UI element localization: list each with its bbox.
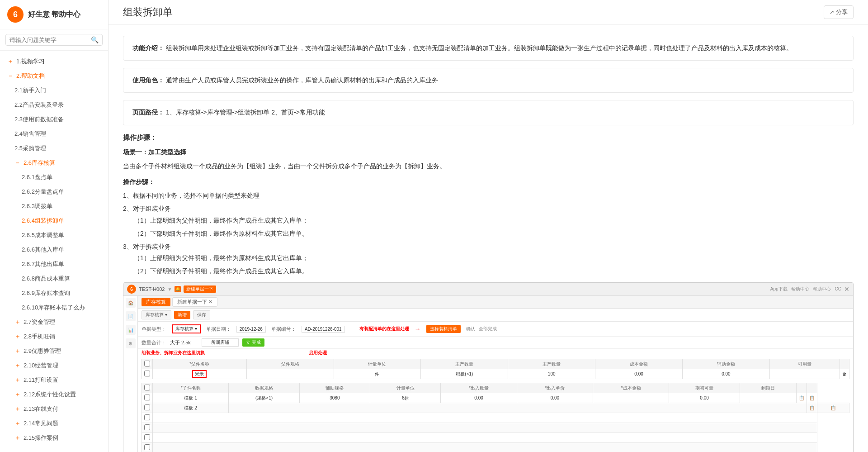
sidebar-item-pay[interactable]: ＋ 2.13在线支付 bbox=[0, 402, 108, 416]
sidebar-item-mobile[interactable]: ＋ 2.8手机旺铺 bbox=[0, 329, 108, 344]
lower-col-expire: 到期日 bbox=[740, 383, 797, 393]
arrow-right: → bbox=[415, 325, 421, 333]
lower-row-4 bbox=[142, 423, 849, 433]
scenario1-title: 场景一：加工类型选择 bbox=[123, 148, 854, 157]
form-org-input[interactable]: 所属店铺 bbox=[202, 338, 239, 347]
logo-area: 6 好生意 帮助中心 bbox=[0, 0, 108, 29]
lower-col-edit bbox=[807, 383, 817, 393]
sidebar-item-custom[interactable]: ＋ 2.12系统个性化设置 bbox=[0, 387, 108, 402]
upper-cell-qty1: 积极(×1) bbox=[421, 369, 508, 379]
lower-row6-check[interactable] bbox=[144, 444, 150, 450]
sidebar-item-cost-adjust[interactable]: 2.6.5成本调整单 bbox=[0, 228, 108, 243]
sidebar-item-cost-recalc[interactable]: 2.6.8商品成本重算 bbox=[0, 271, 108, 286]
sidebar-item-data-prep[interactable]: 2.3使用前数据准备 bbox=[0, 112, 108, 127]
btn-new[interactable]: 新增 bbox=[174, 311, 190, 319]
annotation-top: 有装配清单的在这里处理 bbox=[359, 326, 409, 332]
app-nav-sidebar: 🏠 📄 📊 ⚙ bbox=[123, 296, 138, 452]
lower-col-qty: *出入数量 bbox=[441, 383, 517, 393]
share-button[interactable]: ↗ 分享 bbox=[824, 5, 854, 19]
lower-col-spec2: 辅助规格 bbox=[299, 383, 370, 393]
nav-list: ＋ 1.视频学习 － 2.帮助文档 2.1新手入门 2.2产品安装及登录 2.3… bbox=[0, 51, 108, 452]
nav-icon-chart[interactable]: 📊 bbox=[126, 325, 136, 335]
sidebar-item-inventory[interactable]: － 2.6库存核算 bbox=[0, 156, 108, 170]
sidebar-item-videos[interactable]: ＋ 1.视频学习 bbox=[0, 54, 108, 69]
upper-cell-cost: 0.00 bbox=[595, 369, 683, 379]
logo-text: 好生意 帮助中心 bbox=[28, 10, 80, 19]
sidebar-item-print[interactable]: ＋ 2.11打印设置 bbox=[0, 373, 108, 387]
btn-select-template[interactable]: 选择装料清单 bbox=[426, 325, 461, 333]
tab-inventory[interactable]: 库存核算 bbox=[142, 298, 170, 306]
lower-check-all[interactable] bbox=[144, 385, 150, 390]
btn-confirm[interactable]: 确认 全部完成 bbox=[466, 326, 497, 332]
btn-save[interactable]: 保存 bbox=[193, 310, 210, 319]
btn-doc-type[interactable]: 库存核算 ▾ bbox=[142, 310, 171, 319]
upper-name-val[interactable]: 米米 bbox=[192, 370, 207, 378]
upper-check-all[interactable] bbox=[144, 361, 150, 366]
lower-col-init: 期初可量 bbox=[669, 383, 740, 393]
app-main-content: 库存核算 新建单据一下 ✕ 库存核算 ▾ 新增 保存 单据类型： 库存核 bbox=[138, 296, 853, 452]
sidebar-item-other-in[interactable]: 2.6.6其他入库单 bbox=[0, 243, 108, 257]
sidebar-item-ops[interactable]: ＋ 2.10经营管理 bbox=[0, 358, 108, 373]
search-input[interactable] bbox=[9, 37, 91, 43]
lower-cell-price-1: 0.00 bbox=[517, 393, 593, 403]
sidebar-item-purchase[interactable]: 2.5采购管理 bbox=[0, 141, 108, 156]
nav-icon-home[interactable]: 🏠 bbox=[126, 298, 136, 308]
sidebar-item-account-error[interactable]: 2.6.10库存账本错了么办 bbox=[0, 300, 108, 315]
upper-col-aux: 辅助金额 bbox=[683, 359, 770, 369]
article-body: 功能介绍： 组装拆卸单用来处理企业组装或拆卸等加工业务，支持有固定装配清单的产品… bbox=[108, 25, 868, 452]
nav-icon-settings[interactable]: ⚙ bbox=[126, 338, 136, 348]
lower-row4-check[interactable] bbox=[144, 424, 150, 430]
sidebar-item-sales[interactable]: 2.4销售管理 bbox=[0, 127, 108, 141]
sidebar-item-adjust[interactable]: 2.6.3调拨单 bbox=[0, 199, 108, 214]
sidebar-item-new-user[interactable]: 2.1新手入门 bbox=[0, 83, 108, 98]
form-doctype-value[interactable]: 库存核算 ▾ bbox=[172, 324, 201, 333]
tab-new-doc[interactable]: 新建单据一下 ✕ bbox=[172, 297, 217, 307]
lower-row3-check[interactable] bbox=[144, 414, 150, 420]
search-icon[interactable]: 🔍 bbox=[91, 36, 99, 43]
plus-icon-ops: ＋ bbox=[14, 362, 21, 370]
sidebar-item-install[interactable]: 2.2产品安装及登录 bbox=[0, 98, 108, 112]
lower-row2-check[interactable] bbox=[144, 404, 150, 410]
upper-cell-check[interactable] bbox=[142, 369, 153, 379]
lower-row1-check[interactable] bbox=[144, 395, 150, 400]
lower-row-5 bbox=[142, 433, 849, 443]
sidebar-item-assembly[interactable]: 2.6.4组装拆卸单 bbox=[0, 214, 108, 228]
upper-col-check bbox=[142, 359, 153, 369]
sidebar-item-docs[interactable]: － 2.帮助文档 bbox=[0, 69, 108, 83]
row1-check[interactable] bbox=[144, 371, 150, 376]
sidebar-item-split-stocktake[interactable]: 2.6.2分量盘点单 bbox=[0, 185, 108, 199]
window-id: TEST-H002 bbox=[139, 286, 165, 292]
sidebar-item-capital[interactable]: ＋ 2.7资金管理 bbox=[0, 315, 108, 329]
lower-col-unit: 计量单位 bbox=[370, 383, 441, 393]
nav-icon-doc[interactable]: 📄 bbox=[126, 311, 136, 321]
upper-table: *父件名称 父件规格 计量单位 主产数量 主产数量 成本金额 辅助金额 可用量 bbox=[142, 359, 849, 379]
lower-col-check bbox=[142, 383, 153, 393]
btn-confirm2[interactable]: 立 完成 bbox=[242, 338, 264, 347]
lower-cell-name2: 模板 2 bbox=[153, 403, 229, 413]
upper-col-qty1: 主产数量 bbox=[421, 359, 508, 369]
plus-icon-coupon: ＋ bbox=[14, 347, 21, 355]
upper-row-1: 米米 件 积极(×1) 100 0.00 0.00 🗑 bbox=[142, 369, 849, 379]
form-date-value[interactable]: 2019-12-26 bbox=[236, 326, 266, 333]
search-box[interactable]: 🔍 bbox=[5, 34, 103, 46]
app-subform-row: 数量合计： 大于 2.5k 所属店铺 立 完成 bbox=[138, 337, 853, 349]
sidebar-item-other-out[interactable]: 2.6.7其他出库单 bbox=[0, 257, 108, 271]
app-window: 6 TEST-H002 ▼ 🔔 新建单据一下 App下载 帮助中心 帮助中心 C… bbox=[123, 283, 853, 452]
upper-cell-del[interactable]: 🗑 bbox=[840, 369, 849, 379]
sidebar-item-coupon[interactable]: ＋ 2.9优惠券管理 bbox=[0, 344, 108, 358]
app-icon-bell: 🔔 bbox=[175, 286, 181, 292]
step2-subs: （1）上部明细为父件明细，最终作为产成品生成其它入库单； （2）下部明细为子件明… bbox=[134, 215, 854, 239]
sidebar-item-stocktake[interactable]: 2.6.1盘点单 bbox=[0, 170, 108, 185]
step2: 2、对于组装业务 （1）上部明细为父件明细，最终作为产成品生成其它入库单； （2… bbox=[123, 203, 854, 239]
lower-row-3 bbox=[142, 413, 849, 423]
plus-icon-capital: ＋ bbox=[14, 318, 21, 326]
sidebar-item-cases[interactable]: ＋ 2.15操作案例 bbox=[0, 431, 108, 445]
new-doc-btn[interactable]: 新建单据一下 bbox=[184, 285, 216, 293]
plus-icon-print: ＋ bbox=[14, 376, 21, 384]
sidebar-item-faq[interactable]: ＋ 2.14常见问题 bbox=[0, 416, 108, 431]
lower-row5-check[interactable] bbox=[144, 434, 150, 440]
sidebar-item-stock-query[interactable]: 2.6.9库存账本查询 bbox=[0, 286, 108, 300]
app-toolbar: 库存核算 ▾ 新增 保存 bbox=[138, 309, 853, 322]
close-icon[interactable]: ✕ bbox=[844, 285, 849, 293]
plus-icon-custom: ＋ bbox=[14, 390, 21, 399]
